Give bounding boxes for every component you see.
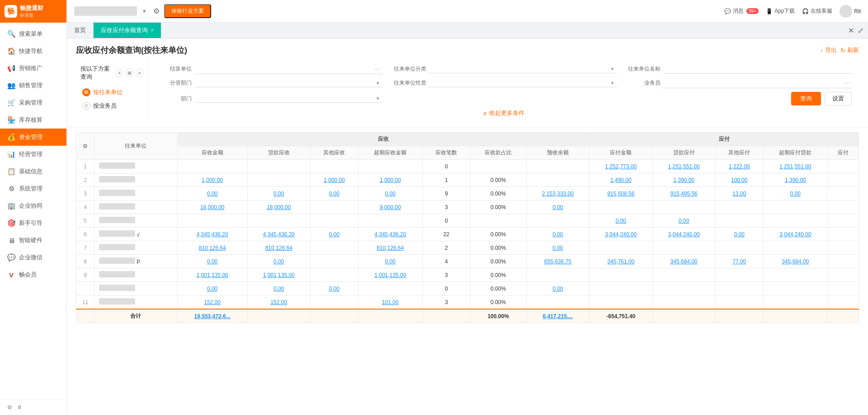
room-dept-select[interactable]: ▼ [194, 95, 383, 103]
sidebar-item-inventory[interactable]: 🏪 库存核算 [0, 111, 66, 129]
row-cell-ap_other[interactable]: 1,222.00 [716, 160, 764, 173]
row-cell-ap_loan[interactable]: 0.00 [652, 214, 715, 228]
row-cell-ap_amt[interactable]: 915,508.56 [590, 187, 652, 200]
row-cell-ar_overdue[interactable]: 810,126.64 [358, 241, 422, 255]
row-cell-ar_other[interactable]: 1,000.00 [310, 173, 358, 187]
settings-footer-icon[interactable]: ⚙ [7, 404, 12, 410]
row-cell-prepay[interactable]: 2,153,333.00 [526, 187, 589, 200]
sidebar-item-operation[interactable]: 📊 经营管理 [0, 146, 66, 163]
row-cell-ap_loan[interactable]: 3,044,240.00 [652, 228, 715, 241]
row-cell-ar_amt[interactable]: 1,000.00 [177, 173, 247, 187]
row-cell-ar_overdue[interactable]: 101.00 [358, 296, 422, 310]
row-cell-prepay[interactable]: 0.00 [526, 200, 589, 214]
row-cell-ap_overdue[interactable]: 0.00 [763, 187, 827, 200]
row-cell-ar_amt[interactable]: 0.00 [177, 282, 247, 296]
sidebar-item-wechat[interactable]: 💬 企业微信 [0, 249, 66, 266]
row-cell-ap_overdue[interactable]: 345,684.00 [763, 255, 827, 268]
row-cell-prepay[interactable]: 0.00 [526, 228, 589, 241]
tab-close-all-icon[interactable]: ✕ [848, 26, 854, 35]
row-cell-ar_loan[interactable]: 18,000.00 [247, 200, 310, 214]
row-cell-ap_other[interactable]: 13.00 [716, 187, 764, 200]
row-cell-ap_amt[interactable]: 0.00 [590, 214, 652, 228]
row-cell-ar_amt[interactable]: 0.00 [177, 255, 247, 268]
row-cell-ar_overdue[interactable]: 0.00 [358, 187, 422, 200]
row-cell-ar_overdue[interactable]: 0.00 [358, 255, 422, 268]
scheme-collapse-btn[interactable]: « [136, 68, 143, 77]
sidebar-item-member[interactable]: V 畅会员 [0, 266, 66, 283]
row-cell-prepay[interactable]: 655,636.75 [526, 255, 589, 268]
breadcrumb-dropdown-icon[interactable]: ▼ [142, 8, 147, 14]
row-cell-ar_amt[interactable]: 18,000.00 [177, 200, 247, 214]
scheme-item-staff[interactable]: ⏱ 按业务员 [76, 99, 148, 113]
sidebar-item-marketing[interactable]: 📢 营销推广 [0, 60, 66, 77]
row-cell-ap_other[interactable]: 0.00 [716, 228, 764, 241]
unit-name-input[interactable] [663, 64, 852, 74]
row-cell-ar_overdue[interactable]: 9,000.00 [358, 200, 422, 214]
row-cell-ap_loan[interactable]: 1,251,551.00 [652, 160, 715, 173]
row-cell-ar_loan[interactable]: 810,126.64 [247, 241, 310, 255]
topbar-message[interactable]: 💬 消息 99+ [724, 7, 759, 15]
row-cell-ap_amt[interactable]: 3,044,240.00 [590, 228, 652, 241]
row-cell-ap_amt[interactable]: 1,252,773.00 [590, 160, 652, 173]
sidebar-item-quick[interactable]: 🏠 快捷导航 [0, 43, 66, 60]
tab-current[interactable]: 应收应付余额查询 × [94, 23, 161, 38]
row-cell-prepay[interactable]: 0.00 [526, 241, 589, 255]
row-cell-ap_overdue[interactable]: 1,390.00 [763, 173, 827, 187]
jiesuan-input[interactable]: ··· [194, 64, 383, 74]
row-cell-ar_loan[interactable]: 0.00 [247, 255, 310, 268]
dept-select[interactable]: ▼ [194, 79, 383, 87]
row-cell-ar_other[interactable]: 0.00 [310, 228, 358, 241]
sidebar-item-basic[interactable]: 📋 基础信息 [0, 163, 66, 180]
row-cell-ap_amt[interactable]: 1,490.00 [590, 173, 652, 187]
row-cell-ar_amt[interactable]: 4,345,436.20 [177, 228, 247, 241]
row-cell-ar_loan[interactable]: 0.00 [247, 187, 310, 200]
sidebar-item-finance[interactable]: 💰 资金管理 [0, 129, 66, 146]
sidebar-item-purchase[interactable]: 🛒 采购管理 [0, 94, 66, 111]
sidebar-item-sales[interactable]: 👥 销售管理 [0, 77, 66, 94]
topbar-gear-icon[interactable]: ⚙ [153, 7, 160, 15]
settings-col-header[interactable]: ⚙ [76, 133, 94, 160]
row-cell-ar_overdue[interactable]: 1,000.00 [358, 173, 422, 187]
row-cell-ar_amt[interactable]: 0.00 [177, 187, 247, 200]
topbar-service[interactable]: 🎧 在线客服 [802, 7, 832, 15]
scheme-add-btn[interactable]: + [116, 68, 123, 77]
sidebar-item-system[interactable]: ⚙ 系统管理 [0, 180, 66, 197]
tab-home[interactable]: 首页 [67, 23, 94, 38]
unit-nature-select[interactable]: ▼ [429, 79, 618, 87]
scheme-item-unit[interactable]: 畅 按往来单位 [76, 86, 148, 99]
sidebar-item-hardware[interactable]: 🖥 智能硬件 [0, 232, 66, 249]
setting-button[interactable]: 设置 [825, 92, 852, 105]
collapse-btn[interactable]: ∧ 收起更多条件 [156, 107, 852, 119]
row-cell-ar_amt[interactable]: 1,001,135.00 [177, 268, 247, 282]
row-cell-ap_loan[interactable]: 915,495.56 [652, 187, 715, 200]
row-cell-ar_loan[interactable]: 152.00 [247, 296, 310, 310]
sidebar-item-guide[interactable]: 🎯 新手引导 [0, 215, 66, 232]
row-cell-prepay[interactable]: 0.00 [526, 282, 589, 296]
row-cell-ar_loan[interactable]: 1,001,135.00 [247, 268, 310, 282]
row-cell-ap_other[interactable]: 77.00 [716, 255, 764, 268]
unit-category-select[interactable]: ▼ [429, 65, 618, 73]
topbar-user[interactable]: Rit [840, 5, 861, 18]
export-button[interactable]: ↑ 导出 [821, 46, 837, 54]
row-cell-ar_loan[interactable]: 4,345,436.20 [247, 228, 310, 241]
row-cell-ap_overdue[interactable]: 1,251,551.00 [763, 160, 827, 173]
row-cell-ap_overdue[interactable]: 3,044,240.00 [763, 228, 827, 241]
row-cell-ar_amt[interactable]: 152.00 [177, 296, 247, 310]
sidebar-item-search[interactable]: 🔍 搜索菜单 [0, 25, 66, 43]
row-cell-ap_amt[interactable]: 345,761.00 [590, 255, 652, 268]
tab-close-icon[interactable]: × [151, 27, 154, 33]
row-cell-ar_loan[interactable]: 0.00 [247, 282, 310, 296]
query-button[interactable]: 查询 [791, 92, 821, 105]
sidebar-item-corp[interactable]: 🏢 企业协同 [0, 197, 66, 215]
row-cell-ap_other[interactable]: 100.00 [716, 173, 764, 187]
row-cell-ap_loan[interactable]: 345,684.00 [652, 255, 715, 268]
row-cell-ap_loan[interactable]: 1,390.00 [652, 173, 715, 187]
salesman-select[interactable]: ··· [663, 78, 852, 88]
promo-button[interactable]: 体验行业方案 [164, 4, 211, 18]
row-cell-ar_amt[interactable]: 810,126.64 [177, 241, 247, 255]
tab-expand-icon[interactable]: ⤢ [858, 26, 863, 35]
row-cell-ar_overdue[interactable]: 1,001,135.00 [358, 268, 422, 282]
row-cell-ar_other[interactable]: 0.00 [310, 187, 358, 200]
refresh-button[interactable]: ↻ 刷新 [840, 46, 859, 54]
row-cell-ar_other[interactable]: 0.00 [310, 282, 358, 296]
